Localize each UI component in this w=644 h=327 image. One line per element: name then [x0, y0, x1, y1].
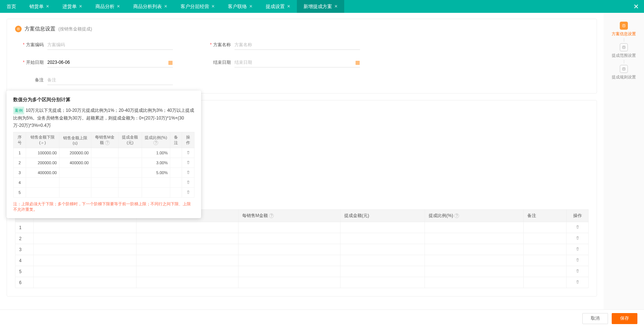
rule-table: 序号销售金额下限(>)销售金额上限(≤)每销售M金额 ?提成金额(元)提成比例(… — [15, 209, 589, 288]
popup-desc: 案例10万元以下无提成；10-20万元提成比例为1%；20-40万提成比例为3%… — [13, 107, 194, 129]
sidenav-plan-info[interactable]: 方案信息设置 — [612, 22, 636, 37]
table-row[interactable]: 1 — [15, 222, 589, 233]
tab-close-icon[interactable]: ✕ — [249, 4, 252, 9]
table-row[interactable]: 5 — [15, 266, 589, 277]
tab-close-icon[interactable]: ✕ — [164, 4, 167, 9]
delete-row-icon[interactable] — [567, 222, 589, 233]
tab-close-icon[interactable]: ✕ — [46, 4, 49, 9]
tab-新增提成方案[interactable]: 新增提成方案✕ — [297, 0, 344, 13]
delete-row-icon[interactable] — [567, 244, 589, 255]
calendar-icon[interactable]: ▦ — [168, 59, 173, 65]
tab-close-icon[interactable]: ✕ — [117, 4, 120, 9]
tab-商品分析[interactable]: 商品分析✕ — [89, 0, 127, 13]
popup-row: 2200000.00400000.003.00% — [14, 158, 194, 168]
delete-icon[interactable] — [182, 178, 194, 188]
end-date-input[interactable] — [234, 60, 355, 65]
code-label: 方案编码 — [15, 42, 44, 48]
popup-note: 注：上限必须大于下限；多个阶梯时，下一个阶梯下限要等于前一阶梯上限；不同行之间下… — [13, 201, 194, 212]
remark-input[interactable] — [47, 77, 173, 82]
section-header: 方案信息设置 (按销售金额提成) — [15, 26, 589, 32]
bottom-bar: 取消 保存 — [0, 309, 644, 327]
table-row[interactable]: 6 — [15, 277, 589, 288]
delete-row-icon[interactable] — [567, 266, 589, 277]
section-title: 方案信息设置 — [25, 26, 55, 32]
popup-th: 每销售M金额 ? — [91, 132, 119, 148]
tab-进货单[interactable]: 进货单✕ — [56, 0, 89, 13]
popup-th: 序号 — [14, 132, 26, 148]
delete-row-icon[interactable] — [567, 255, 589, 266]
popup-table: 序号销售金额下限 (＞)销售金额上限 (≤)每销售M金额 ?提成金额(元)提成比… — [13, 132, 194, 198]
popup-th: 提成金额(元) — [119, 132, 142, 148]
calendar-icon[interactable]: ▦ — [355, 59, 360, 65]
tab-客户分层经营[interactable]: 客户分层经营✕ — [174, 0, 221, 13]
sidenav-scope[interactable]: 提成范围设置 — [612, 43, 636, 58]
start-date-label: 开始日期 — [15, 59, 44, 66]
delete-row-icon[interactable] — [567, 277, 589, 288]
popup-th: 操作 — [182, 132, 194, 148]
main-th: 备注 — [524, 210, 567, 222]
end-date-label: 结束日期 — [202, 59, 231, 66]
tooltip-popup: 数值分为多个区间分别计算 案例10万元以下无提成；10-20万元提成比例为1%；… — [7, 91, 201, 218]
tab-首页[interactable]: 首页 — [0, 0, 23, 13]
remark-label: 备注 — [15, 77, 44, 83]
tab-close-icon[interactable]: ✕ — [287, 4, 290, 9]
side-nav: 方案信息设置 提成范围设置 提成规则设置 — [604, 13, 644, 327]
section-icon — [15, 26, 22, 32]
main-th: 每销售M金额 ? — [239, 210, 341, 222]
table-row[interactable]: 3 — [15, 244, 589, 255]
delete-icon[interactable] — [182, 168, 194, 178]
delete-icon[interactable] — [182, 158, 194, 168]
main-th: 操作 — [567, 210, 589, 222]
delete-row-icon[interactable] — [567, 233, 589, 244]
tab-close-icon[interactable]: ✕ — [211, 4, 215, 9]
delete-icon[interactable] — [182, 188, 194, 198]
popup-th: 备注 — [170, 132, 182, 148]
popup-th: 提成比例(%) ? — [142, 132, 170, 148]
example-tag: 案例 — [13, 107, 24, 114]
delete-icon[interactable] — [182, 148, 194, 158]
page-wrapper: 方案信息设置 (按销售金额提成) 方案编码 方案名称 开始日期 ▦ — [0, 13, 644, 327]
main-th: 提成金额(元) — [340, 210, 425, 222]
plan-info-panel: 方案信息设置 (按销售金额提成) 方案编码 方案名称 开始日期 ▦ — [7, 19, 597, 93]
close-all-icon[interactable]: ✕ — [628, 0, 644, 13]
save-button[interactable]: 保存 — [612, 313, 637, 324]
start-date-input[interactable] — [47, 60, 168, 65]
table-row[interactable]: 2 — [15, 233, 589, 244]
tab-提成设置[interactable]: 提成设置✕ — [259, 0, 297, 13]
popup-th: 销售金额下限 (＞) — [26, 132, 59, 148]
popup-th: 销售金额上限 (≤) — [59, 132, 91, 148]
name-input[interactable] — [234, 42, 360, 47]
tab-close-icon[interactable]: ✕ — [334, 4, 338, 9]
tab-销货单[interactable]: 销货单✕ — [23, 0, 56, 13]
popup-row: 4 — [14, 178, 194, 188]
section-note: (按销售金额提成) — [58, 26, 92, 32]
code-input[interactable] — [47, 42, 173, 47]
popup-row: 3400000.005.00% — [14, 168, 194, 178]
tab-close-icon[interactable]: ✕ — [79, 4, 82, 9]
popup-title: 数值分为多个区间分别计算 — [13, 96, 194, 103]
main-th: 提成比例(%) ? — [425, 210, 524, 222]
popup-row: 5 — [14, 188, 194, 198]
tab-商品分析列表[interactable]: 商品分析列表✕ — [127, 0, 174, 13]
tab-bar: 首页销货单✕进货单✕商品分析✕商品分析列表✕客户分层经营✕客户联络✕提成设置✕新… — [0, 0, 644, 13]
table-row[interactable]: 4 — [15, 255, 589, 266]
cancel-button[interactable]: 取消 — [582, 313, 608, 324]
popup-row: 1100000.00200000.001.00% — [14, 148, 194, 158]
name-label: 方案名称 — [202, 42, 231, 48]
tab-客户联络[interactable]: 客户联络✕ — [221, 0, 259, 13]
form-grid: 方案编码 方案名称 开始日期 ▦ 结束日期 — [15, 40, 360, 85]
sidenav-rule[interactable]: 提成规则设置 — [612, 65, 636, 80]
